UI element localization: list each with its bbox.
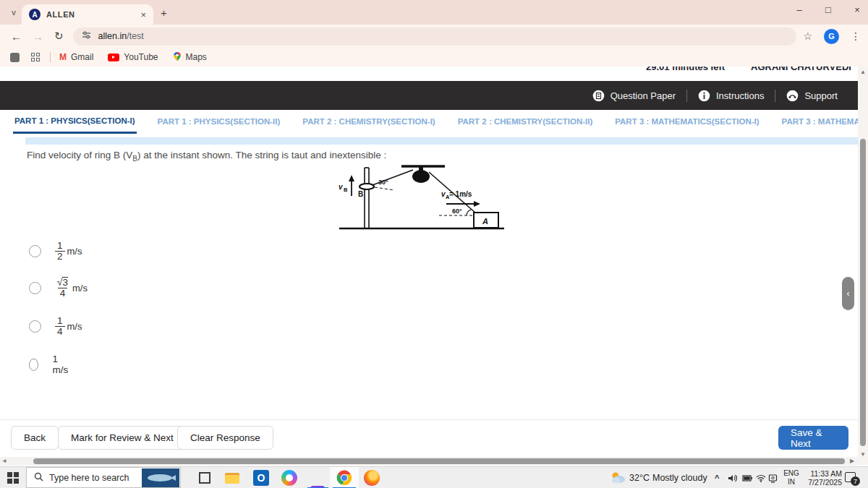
- window-close-button[interactable]: ×: [852, 4, 862, 15]
- back-icon[interactable]: ←: [11, 30, 22, 43]
- gmail-icon: M: [59, 52, 67, 62]
- content-divider: [25, 137, 858, 145]
- horizontal-scrollbar[interactable]: ◄ ▶: [0, 457, 858, 466]
- taskbar-search[interactable]: Type here to search: [26, 467, 181, 488]
- bookmark-youtube-label: YouTube: [124, 52, 158, 62]
- volume-icon[interactable]: [728, 474, 738, 484]
- start-button[interactable]: [7, 472, 19, 484]
- browser-toolbar: ← → ↻ allen.in/test: [0, 25, 868, 48]
- tab-physics-section-2[interactable]: PART 1 : PHYSICS(SECTION-II): [156, 111, 282, 132]
- question-diagram: 30° v B B A v A = 1m/s 60°: [329, 163, 510, 233]
- scroll-left-icon[interactable]: ◄: [1, 457, 7, 466]
- tab-search-chevron-icon[interactable]: v: [7, 6, 20, 19]
- option-row-2: √3 4 m/s: [29, 277, 88, 299]
- reload-icon[interactable]: ↻: [54, 30, 64, 43]
- instructions-button[interactable]: Instructions: [698, 90, 764, 102]
- tab-close-icon[interactable]: ×: [140, 9, 146, 20]
- weather-condition[interactable]: Mostly cloudy: [652, 473, 707, 483]
- back-button[interactable]: Back: [11, 426, 59, 450]
- profile-avatar[interactable]: G: [824, 29, 839, 44]
- chrome-icon[interactable]: [336, 470, 352, 486]
- svg-text:= 1m/s: = 1m/s: [449, 190, 472, 198]
- question-text: Find velocity of ring B (VB) at the inst…: [27, 150, 386, 163]
- site-settings-icon[interactable]: [82, 30, 91, 43]
- search-highlight-image[interactable]: [142, 468, 179, 487]
- window-maximize-button[interactable]: □: [823, 4, 833, 15]
- exam-header-strip: 29.01 minutes left AGRANI CHATURVEDI: [0, 67, 858, 79]
- svg-text:B: B: [344, 187, 348, 193]
- copilot-icon[interactable]: [281, 470, 297, 486]
- firefox-icon[interactable]: [364, 470, 380, 486]
- candidate-name: AGRANI CHATURVEDI: [751, 67, 851, 72]
- mark-for-review-button[interactable]: Mark for Review & Next: [58, 426, 187, 450]
- bookmark-youtube[interactable]: YouTube: [108, 52, 158, 62]
- option-2-radio[interactable]: [29, 282, 41, 294]
- task-view-icon[interactable]: [197, 470, 213, 486]
- scroll-right-icon[interactable]: ▶: [850, 457, 854, 466]
- tab-chemistry-section-1[interactable]: PART 2 : CHEMISTRY(SECTION-I): [301, 111, 436, 132]
- exam-page: 29.01 minutes left AGRANI CHATURVEDI Que…: [0, 67, 858, 466]
- extension-icon[interactable]: [10, 53, 20, 62]
- vertical-scroll-thumb[interactable]: [860, 139, 866, 446]
- option-4-radio[interactable]: [29, 359, 38, 371]
- bookmark-maps[interactable]: Maps: [173, 51, 207, 64]
- option-3-label: 14 m/s: [55, 316, 82, 337]
- forward-icon[interactable]: →: [33, 30, 43, 43]
- tab-chemistry-section-2[interactable]: PART 2 : CHEMISTRY(SECTION-II): [456, 111, 595, 132]
- bookmark-star-icon[interactable]: ☆: [803, 30, 812, 42]
- option-1-radio[interactable]: [29, 245, 41, 257]
- support-button[interactable]: Support: [786, 90, 838, 102]
- outlook-icon[interactable]: O: [253, 470, 269, 486]
- svg-text:A: A: [482, 217, 488, 226]
- vertical-scrollbar[interactable]: ▲ ▼: [858, 67, 868, 465]
- screen: v A ALLEN × + – □ × ← → ↻ allen.in/test …: [0, 0, 868, 488]
- maps-pin-icon: [173, 51, 182, 64]
- clear-response-button[interactable]: Clear Response: [177, 426, 273, 450]
- save-and-next-button[interactable]: Save & Next: [778, 426, 848, 450]
- svg-text:60°: 60°: [452, 207, 462, 215]
- bookmarks-separator: [50, 52, 51, 62]
- bookmark-maps-label: Maps: [186, 52, 207, 62]
- question-paper-button[interactable]: Question Paper: [592, 90, 676, 102]
- question-paper-label: Question Paper: [610, 90, 676, 101]
- allen-favicon-icon: A: [29, 9, 41, 20]
- horizontal-scroll-thumb[interactable]: [33, 458, 845, 464]
- browser-tab[interactable]: A ALLEN ×: [22, 4, 153, 25]
- apps-grid-icon[interactable]: [31, 53, 40, 61]
- window-minimize-button[interactable]: –: [794, 4, 804, 15]
- pulley: [412, 170, 430, 183]
- file-explorer-icon[interactable]: [224, 470, 240, 486]
- tab-mathematics-section-1[interactable]: PART 3 : MATHEMATICS(SECTION-I): [613, 111, 760, 132]
- scroll-up-icon[interactable]: ▲: [860, 69, 866, 75]
- tab-mathematics-section-2[interactable]: PART 3 : MATHEMATICS(SECTION-II): [780, 111, 868, 132]
- vb-arrow: [349, 175, 354, 181]
- new-tab-button[interactable]: +: [161, 7, 167, 19]
- wifi-icon[interactable]: [756, 474, 766, 484]
- device-sync-icon[interactable]: [768, 474, 778, 484]
- youtube-icon: [108, 53, 119, 61]
- weather-temp[interactable]: 32°C: [629, 473, 650, 483]
- tab-physics-section-1[interactable]: PART 1 : PHYSICS(SECTION-I): [13, 110, 137, 134]
- svg-text:B: B: [358, 190, 363, 198]
- scroll-down-icon[interactable]: ▼: [860, 451, 866, 458]
- option-3-radio[interactable]: [29, 320, 41, 333]
- browser-menu-icon[interactable]: ⋮: [851, 30, 861, 42]
- option-row-1: 12 m/s: [29, 241, 82, 262]
- instructions-icon: [698, 90, 710, 102]
- battery-icon[interactable]: [742, 474, 753, 484]
- tray-expand-icon[interactable]: ^: [715, 474, 719, 482]
- support-label: Support: [804, 90, 838, 101]
- svg-text:30°: 30°: [378, 179, 388, 186]
- option-2-label: √3 4 m/s: [55, 277, 88, 299]
- search-placeholder: Type here to search: [49, 473, 129, 483]
- bookmark-gmail[interactable]: M Gmail: [59, 52, 93, 62]
- notification-badge: 7: [851, 476, 860, 486]
- clock[interactable]: 11:33 AM7/27/2025: [797, 469, 842, 487]
- instructions-label: Instructions: [716, 90, 764, 101]
- question-palette-toggle[interactable]: ‹: [842, 277, 854, 310]
- address-bar[interactable]: allen.in/test: [73, 27, 796, 46]
- support-icon: [786, 90, 799, 102]
- option-1-label: 12 m/s: [55, 241, 82, 262]
- weather-icon[interactable]: [610, 469, 627, 488]
- va-arrow: [474, 201, 480, 207]
